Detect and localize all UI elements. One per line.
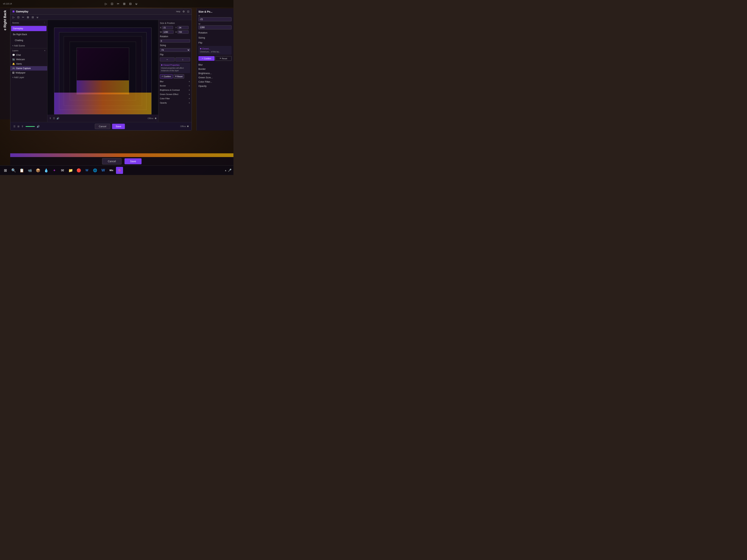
add-green-screen-icon[interactable]: +	[188, 93, 190, 96]
flip-h-button[interactable]: ↔	[160, 57, 175, 61]
toolbar-mag[interactable]: ⊍	[36, 16, 38, 19]
layer-webcam[interactable]: 📷 Webcam	[10, 57, 47, 62]
add-scene-button[interactable]: + Add Scene	[10, 43, 47, 48]
crop-tool[interactable]: ⊡	[111, 2, 113, 5]
scene-gameplay[interactable]: Gameplay	[11, 26, 47, 31]
reset-button[interactable]: ✕ Reset	[174, 74, 184, 79]
far-right-sizing-label: Sizing	[199, 36, 232, 39]
inner-save-button[interactable]: Save	[112, 124, 125, 129]
menu-icon-2[interactable]: ⊞	[18, 125, 20, 128]
h-field: H	[176, 30, 190, 34]
taskbar-word[interactable]: W	[83, 167, 91, 174]
far-right-flip-label: Flip	[199, 41, 232, 45]
add-layer-button[interactable]: + Add Layer	[10, 75, 47, 80]
far-right-reset-label: Reset	[222, 57, 227, 60]
far-right-x-input[interactable]	[199, 17, 232, 21]
scene-be-right-back[interactable]: Be Right Back	[11, 32, 47, 37]
x-input[interactable]	[162, 26, 173, 29]
add-blur-icon[interactable]: +	[188, 80, 190, 83]
far-right-w: W	[199, 23, 232, 29]
cloned-properties-section: ◆ Cloned Properties Cloned properties wi…	[160, 62, 190, 73]
maximize-icon[interactable]: ⊡	[187, 10, 189, 13]
taskbar-mic[interactable]: 🎤	[228, 168, 232, 172]
taskbar-windows[interactable]: ⊞	[2, 167, 9, 174]
titlebar-right: Help ⚙ ⊡	[176, 10, 189, 13]
far-right-title: Size & Po...	[199, 10, 232, 13]
add-brightness-icon[interactable]: +	[188, 88, 190, 91]
left-side-panel: e Right Back	[0, 8, 10, 119]
outer-save-button[interactable]: Save	[125, 158, 141, 164]
y-input[interactable]	[178, 26, 188, 29]
offline-status-label: Offline	[180, 125, 186, 127]
confirm-button[interactable]: ✓ Confirm	[160, 74, 173, 79]
taskbar-tray-up[interactable]: ▲	[225, 169, 227, 172]
y-field: Y	[176, 26, 190, 29]
magnet-tool[interactable]: ⊍	[135, 2, 137, 5]
rotation-input[interactable]	[160, 39, 190, 43]
diamond-icon: ◆	[161, 64, 162, 66]
layer-chat[interactable]: 💬 Chat	[10, 53, 47, 57]
taskbar-timeline[interactable]: 📋	[18, 167, 25, 174]
taskbar-edge[interactable]: 🌐	[92, 167, 99, 174]
canvas-list-icon[interactable]: ☰	[53, 117, 55, 119]
far-right-color-filter-label: Color Filter...	[199, 80, 232, 83]
layer-wallpaper[interactable]: 🖼 Wallpaper	[10, 71, 47, 75]
bottom-center-buttons: Cancel Save	[95, 124, 125, 129]
far-right-confirm-button[interactable]: ✓ Confirm	[199, 56, 214, 61]
far-right-w-input[interactable]	[199, 25, 232, 29]
add-color-filter-icon[interactable]: +	[188, 97, 190, 100]
remove-tool[interactable]: ⊟	[129, 2, 132, 5]
taskbar-streamlabs[interactable]: ✦	[51, 167, 58, 174]
inner-cancel-button[interactable]: Cancel	[95, 124, 110, 129]
taskbar-wix[interactable]: Wix	[108, 167, 115, 174]
layer-alerts[interactable]: 🔔 Alerts	[10, 62, 47, 66]
layers-add-icon[interactable]: +	[44, 49, 45, 52]
taskbar-opera[interactable]: 🔴	[75, 167, 82, 174]
taskbar-search[interactable]: 🔍	[10, 167, 17, 174]
far-right-reset-button[interactable]: ✕ Reset	[215, 56, 232, 61]
h-input[interactable]	[178, 30, 188, 34]
taskbar-streamlabs-main[interactable]: 🟣	[116, 167, 123, 174]
outer-cancel-button[interactable]: Cancel	[102, 158, 122, 164]
w-input[interactable]	[162, 30, 174, 34]
taskbar-dropbox[interactable]: 💧	[43, 167, 50, 174]
scene-chatting[interactable]: Chatting	[11, 38, 47, 43]
settings-icon[interactable]: ⚙	[182, 10, 185, 13]
layers-header: Layers +	[10, 48, 47, 53]
taskbar-teams[interactable]: 📹	[26, 167, 33, 174]
taskbar-mail[interactable]: ✉	[59, 167, 66, 174]
toolbar-dup[interactable]: ⊞	[27, 16, 29, 19]
select-tool[interactable]: ▷	[105, 2, 107, 5]
duplicate-tool[interactable]: ⊞	[123, 2, 125, 5]
scenes-menu-icon[interactable]: ⋮	[43, 22, 45, 24]
taskbar-wixword[interactable]: W	[100, 167, 107, 174]
toolbar-rem[interactable]: ⊟	[32, 16, 34, 19]
speaker-icon[interactable]: 🔊	[37, 125, 40, 128]
add-opacity-icon[interactable]: +	[188, 101, 190, 104]
canvas-preview	[47, 20, 158, 122]
layer-game-capture[interactable]: 🎮 Game Capture	[10, 66, 47, 71]
far-right-blur-label: Blur	[199, 63, 232, 66]
far-right-rotation-label: Rotation	[199, 31, 232, 34]
chat-layer-icon: 💬	[12, 54, 15, 56]
mic-icon[interactable]: 🎙	[21, 125, 24, 128]
cut-tool[interactable]: ✂	[117, 2, 119, 5]
taskbar-files[interactable]: 📁	[67, 167, 74, 174]
far-right-cloned-title: ◆ Cloned...	[200, 47, 230, 50]
x-field: X	[160, 26, 175, 29]
toolbar-cut[interactable]: ✂	[22, 16, 24, 19]
list-icon[interactable]: ☰	[14, 125, 16, 128]
webcam-layer-icon: 📷	[12, 58, 15, 61]
toolbar-select[interactable]: ▷	[12, 16, 15, 19]
cloned-title: ◆ Cloned Properties	[161, 64, 189, 66]
far-right-opacity-label: Opacity	[199, 84, 232, 88]
flip-v-button[interactable]: ↕	[176, 57, 190, 61]
effect-green-screen: Green Screen Effect +	[160, 92, 190, 96]
toolbar-crop[interactable]: ⊡	[17, 16, 20, 19]
add-border-icon[interactable]: +	[188, 84, 190, 87]
help-label[interactable]: Help	[176, 10, 180, 12]
game-capture-layer-icon: 🎮	[12, 67, 15, 70]
sizing-select[interactable]: Fit Fill Stretch	[160, 48, 190, 52]
taskbar-store[interactable]: 📦	[34, 167, 42, 174]
canvas-vol-icon[interactable]: 🔊	[56, 117, 59, 119]
